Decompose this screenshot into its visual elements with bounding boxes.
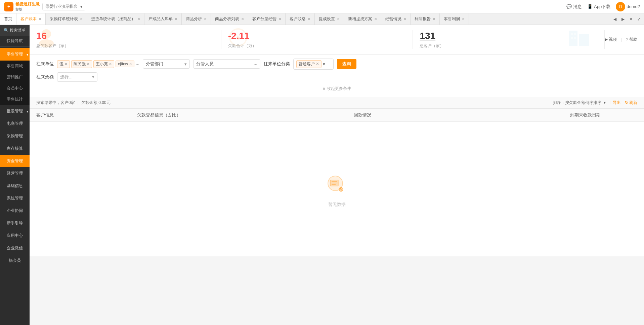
user-menu[interactable]: D demo2 xyxy=(616,2,640,11)
sidebar-search[interactable]: 🔍 搜索菜单 xyxy=(0,25,30,36)
selected-category-tag: 普通客户 ✕ xyxy=(296,60,321,68)
sidebar-item-ecommerce[interactable]: 电商管理 xyxy=(0,117,30,130)
tag-close-category[interactable]: ✕ xyxy=(316,62,319,66)
sort-select[interactable]: 排序：按欠款金额倒序排序 ▾ xyxy=(553,100,606,106)
sidebar-item-inventory[interactable]: 库存核算 xyxy=(0,142,30,155)
tag-close-wang[interactable]: ✕ xyxy=(109,62,112,66)
dept-select[interactable]: 分管部门 ▾ xyxy=(143,59,190,69)
tab-retail-profit[interactable]: 零售利润 ✕ xyxy=(440,13,469,25)
tab-commission-setting[interactable]: 提成设置 ✕ xyxy=(315,13,344,25)
help-icon: ? xyxy=(626,37,628,42)
tab-customer-contact[interactable]: 客户联络 ✕ xyxy=(286,13,315,25)
tab-close-icon[interactable]: ✕ xyxy=(374,17,377,21)
sidebar-item-guide[interactable]: 新手引导 xyxy=(0,217,30,229)
tab-customer-layer[interactable]: 客户分层经营 ✕ xyxy=(248,13,286,25)
logo-area: ✦ 畅捷通好生意 标版 xyxy=(4,1,40,12)
person-select[interactable]: 分管人员 ··· xyxy=(193,59,260,69)
collapse-button[interactable]: ∧ 收起更多条件 xyxy=(321,84,352,93)
tab-close-icon[interactable]: ✕ xyxy=(204,17,207,21)
filter-row-2: 往来余额 选择... ▾ xyxy=(36,72,637,82)
sidebar-item-wechat[interactable]: 企业微信 xyxy=(0,242,30,254)
sidebar-sub-retail: 零售商城 营销推广 会员中心 零售统计 xyxy=(0,61,30,105)
sidebar-item-basic-info[interactable]: 基础信息 xyxy=(0,180,30,192)
video-link[interactable]: ▶ 视频 xyxy=(605,37,617,42)
sidebar-item-retail-mall[interactable]: 零售商城 xyxy=(0,61,30,72)
sidebar-item-app-center[interactable]: 应用中心 xyxy=(0,229,30,242)
tab-product-list[interactable]: 商品分析列表 ✕ xyxy=(211,13,248,25)
tab-add-commission[interactable]: 新增提成方案 ✕ xyxy=(344,13,381,25)
table-body: 暂无数据 xyxy=(30,122,644,256)
customers-icon xyxy=(36,27,56,47)
tab-home[interactable]: 首页 xyxy=(0,13,16,25)
tab-bar: 首页 客户账本 ✕ 采购订单统计表 ✕ 进货单统计表（按商品） ✕ 产成品入库单… xyxy=(0,13,644,25)
person-more-icon: ··· xyxy=(254,62,257,67)
col-repayment: 回款情况 xyxy=(354,112,570,118)
tag-close-chen[interactable]: ✕ xyxy=(87,62,90,66)
svg-rect-4 xyxy=(569,31,577,46)
export-button[interactable]: ↑ 导出 xyxy=(610,100,621,106)
sidebar-quick-nav[interactable]: 快捷导航 xyxy=(0,36,30,47)
unit-label: 往来单位 xyxy=(36,61,54,67)
chevron-up-icon: ∧ xyxy=(323,86,326,91)
tab-purchase-order[interactable]: 采购订单统计表 ✕ xyxy=(46,13,87,25)
tab-close-icon[interactable]: ✕ xyxy=(39,17,41,21)
tab-close-icon[interactable]: ✕ xyxy=(337,17,340,21)
sidebar-item-member[interactable]: 畅会员 xyxy=(0,254,30,267)
refresh-button[interactable]: ↻ 刷新 xyxy=(625,100,637,106)
tab-purchase-stat[interactable]: 进货单统计表（按商品） ✕ xyxy=(87,13,144,25)
tab-close-icon[interactable]: ✕ xyxy=(175,17,177,21)
main-layout: 🔍 搜索菜单 快捷导航 零售管理 零售商城 营销推广 会员中心 零售统计 批发管… xyxy=(0,25,644,325)
video-icon: ▶ xyxy=(605,37,608,42)
chevron-down-icon: ▾ xyxy=(92,74,94,79)
filter-more-button[interactable]: ··· xyxy=(136,62,139,67)
tab-customer-ledger[interactable]: 客户账本 ✕ xyxy=(16,13,46,25)
content-area: 16 总欠款客户（家） ¥ -2.11 欠款合计（万） xyxy=(30,25,644,325)
filter-tag-chen: 陈民强 ✕ xyxy=(71,60,92,68)
industry-select[interactable]: 母婴行业演示帐套 ▾ xyxy=(42,3,85,10)
logo-text: 畅捷通好生意 标版 xyxy=(15,1,40,12)
tab-close-icon[interactable]: ✕ xyxy=(137,17,140,21)
sidebar-item-wholesale[interactable]: 批发管理 xyxy=(0,105,30,117)
search-icon: 🔍 xyxy=(4,28,9,33)
tag-close-cjttcw[interactable]: ✕ xyxy=(129,62,132,66)
stats-row: 16 总欠款客户（家） ¥ -2.11 欠款合计（万） xyxy=(30,25,644,55)
avatar: D xyxy=(616,2,625,11)
empty-illustration xyxy=(324,171,350,197)
query-button[interactable]: 查询 xyxy=(337,59,356,69)
sidebar-item-system[interactable]: 系统管理 xyxy=(0,192,30,205)
tab-product-inbound[interactable]: 产成品入库单 ✕ xyxy=(144,13,182,25)
tab-close-all-button[interactable]: ✕ xyxy=(627,15,635,23)
tab-profit-report[interactable]: 利润报告 ✕ xyxy=(411,13,440,25)
tab-close-icon[interactable]: ✕ xyxy=(403,17,406,21)
category-select[interactable]: 普通客户 ✕ ▾ xyxy=(293,59,334,70)
tab-close-icon[interactable]: ✕ xyxy=(433,17,435,21)
tab-expand-button[interactable]: ⤢ xyxy=(635,15,643,23)
tab-close-icon[interactable]: ✕ xyxy=(462,17,465,21)
tab-close-icon[interactable]: ✕ xyxy=(308,17,310,21)
sidebar-item-operations[interactable]: 经营管理 xyxy=(0,167,30,180)
empty-text: 暂无数据 xyxy=(328,202,346,208)
help-link[interactable]: ? 帮助 xyxy=(626,37,637,42)
sidebar-item-purchase[interactable]: 采购管理 xyxy=(0,130,30,142)
tab-product-analysis[interactable]: 商品分析 ✕ xyxy=(182,13,211,25)
tab-next-button[interactable]: ▶ xyxy=(619,15,627,23)
message-button[interactable]: 💬 消息 xyxy=(566,4,582,10)
sidebar-item-finance[interactable]: 资金管理 xyxy=(0,155,30,167)
tab-close-icon[interactable]: ✕ xyxy=(241,17,244,21)
tab-operation[interactable]: 经营情况 ✕ xyxy=(381,13,411,25)
tab-close-icon[interactable]: ✕ xyxy=(278,17,281,21)
tag-close-wu[interactable]: ✕ xyxy=(65,62,68,66)
tab-close-icon[interactable]: ✕ xyxy=(80,17,83,21)
sidebar-item-retail-stat[interactable]: 零售统计 xyxy=(0,94,30,105)
app-icon: 📱 xyxy=(587,4,593,9)
sidebar-item-enterprise[interactable]: 企业协同 xyxy=(0,205,30,217)
sidebar-item-retail[interactable]: 零售管理 xyxy=(0,48,30,61)
svg-text:¥: ¥ xyxy=(235,33,241,42)
sidebar-item-marketing[interactable]: 营销推广 xyxy=(0,72,30,83)
app-download-button[interactable]: 📱 App下载 xyxy=(587,4,610,10)
top-header: ✦ 畅捷通好生意 标版 母婴行业演示帐套 ▾ 💬 消息 📱 App下载 D de… xyxy=(0,0,644,13)
svg-rect-9 xyxy=(574,37,576,39)
tab-prev-button[interactable]: ◀ xyxy=(611,15,618,23)
sidebar-item-member-center[interactable]: 会员中心 xyxy=(0,83,30,94)
remaining-select[interactable]: 选择... ▾ xyxy=(57,72,97,82)
